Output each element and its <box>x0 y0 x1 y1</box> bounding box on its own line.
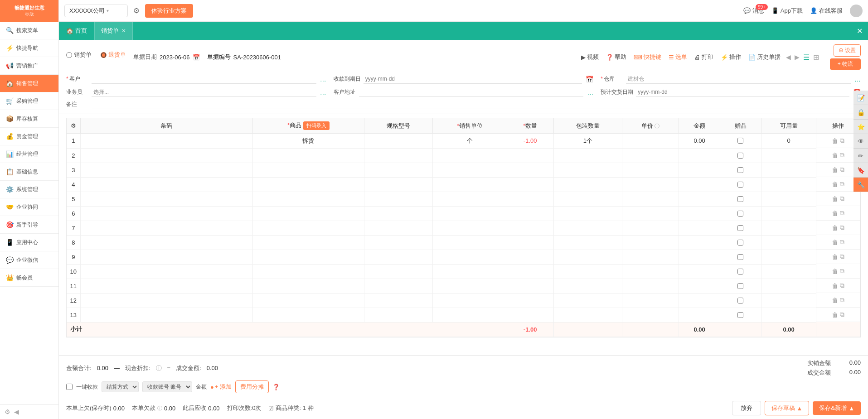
one-click-payment-checkbox[interactable] <box>66 384 73 390</box>
payment-due-input[interactable] <box>364 74 582 84</box>
row-barcode[interactable] <box>80 308 252 322</box>
copy-icon[interactable]: ⧉ <box>840 311 844 318</box>
row-qty[interactable]: -1.00 <box>507 134 553 149</box>
barcode-input[interactable] <box>83 298 250 304</box>
expense-help-icon[interactable]: ❓ <box>272 384 280 390</box>
help-btn[interactable]: ❓ 帮助 <box>604 52 628 62</box>
app-download-button[interactable]: 📱 App下载 <box>771 7 803 15</box>
gift-checkbox[interactable] <box>737 312 743 318</box>
float-note-icon[interactable]: 📝 <box>853 91 868 105</box>
sidebar-item-system[interactable]: ⚙️系统管理 <box>0 181 58 198</box>
sidebar-item-marketing[interactable]: 📢营销推广 <box>0 57 58 75</box>
sidebar-item-app-center[interactable]: 📱应用中心 <box>0 234 58 251</box>
delete-icon[interactable]: 🗑 <box>832 311 838 318</box>
sidebar-item-search[interactable]: 🔍搜索菜单 <box>0 22 58 39</box>
customer-addr-input[interactable] <box>359 87 584 97</box>
copy-icon[interactable]: ⧉ <box>840 151 844 159</box>
sidebar-item-base[interactable]: 📋基础信息 <box>0 163 58 181</box>
row-barcode[interactable] <box>80 177 252 192</box>
float-bookmark-icon[interactable]: 🔖 <box>853 163 868 178</box>
row-barcode[interactable] <box>80 221 252 235</box>
add-payment-button[interactable]: ● + 添加 <box>210 383 232 391</box>
payment-method-select[interactable]: 结算方式 <box>102 381 139 392</box>
barcode-input[interactable] <box>83 240 250 246</box>
row-qty[interactable] <box>507 293 553 308</box>
tabbar-close-button[interactable]: ✕ <box>857 27 868 35</box>
row-barcode[interactable] <box>80 148 252 163</box>
copy-icon[interactable]: ⧉ <box>840 166 844 173</box>
gift-checkbox[interactable] <box>737 167 743 173</box>
gift-checkbox[interactable] <box>737 196 743 202</box>
row-gift[interactable] <box>720 221 761 235</box>
save-draft-button[interactable]: 保存草稿 ▲ <box>765 401 810 415</box>
settings-icon[interactable]: ⚙ <box>5 408 10 415</box>
row-qty[interactable] <box>507 250 553 264</box>
barcode-input[interactable] <box>83 283 250 289</box>
sidebar-item-guide[interactable]: 🎯新手引导 <box>0 216 58 234</box>
message-button[interactable]: 💬 消息 99+ <box>743 7 764 15</box>
delete-icon[interactable]: 🗑 <box>832 181 838 188</box>
barcode-input[interactable] <box>83 196 250 202</box>
row-qty[interactable] <box>507 235 553 250</box>
table-view-icon[interactable]: ☰ <box>803 53 810 62</box>
float-eye-icon[interactable]: 👁 <box>853 134 868 149</box>
radio-return[interactable]: 退货单 <box>101 51 126 59</box>
barcode-input[interactable] <box>83 269 250 275</box>
sidebar-item-finance[interactable]: 💰资金管理 <box>0 128 58 145</box>
row-gift[interactable] <box>720 264 761 279</box>
row-gift[interactable] <box>720 250 761 264</box>
row-gift[interactable] <box>720 163 761 177</box>
payment-account-select[interactable]: 收款账号 账号 <box>142 381 192 392</box>
sidebar-item-collab[interactable]: 🤝企业协同 <box>0 198 58 216</box>
sidebar-item-inventory[interactable]: 📦库存核算 <box>0 110 58 128</box>
barcode-input[interactable] <box>83 312 250 318</box>
row-gift[interactable] <box>720 134 761 149</box>
radio-return-input[interactable] <box>101 52 107 58</box>
gift-checkbox[interactable] <box>737 269 743 275</box>
barcode-input[interactable] <box>83 225 250 231</box>
trial-button[interactable]: 体验行业方案 <box>145 4 193 18</box>
delete-icon[interactable]: 🗑 <box>832 297 838 304</box>
gift-checkbox[interactable] <box>737 240 743 246</box>
barcode-input[interactable] <box>83 211 250 217</box>
row-gift[interactable] <box>720 293 761 308</box>
gift-checkbox[interactable] <box>737 211 743 217</box>
barcode-input[interactable] <box>83 138 250 144</box>
copy-icon[interactable]: ⧉ <box>840 253 844 260</box>
company-selector[interactable]: XXXXXX公司 ▾ <box>64 5 128 17</box>
barcode-input[interactable] <box>83 254 250 260</box>
salesperson-input[interactable] <box>92 87 316 97</box>
expected-date-input[interactable] <box>636 87 849 97</box>
gift-checkbox[interactable] <box>737 153 743 159</box>
row-qty[interactable] <box>507 148 553 163</box>
history-btn[interactable]: 📄 历史单据 <box>747 52 782 62</box>
online-service-button[interactable]: 👤 在线客服 <box>810 7 843 15</box>
row-qty[interactable] <box>507 264 553 279</box>
barcode-input[interactable] <box>83 167 250 173</box>
gift-checkbox[interactable] <box>737 138 743 144</box>
float-lock-icon[interactable]: 🔒 <box>853 105 868 120</box>
shortcut-btn[interactable]: ⌨ 快捷键 <box>632 52 663 62</box>
action-btn[interactable]: ⚡ 操作 <box>719 52 743 62</box>
tab-sales-order[interactable]: 销货单 ✕ <box>95 22 133 40</box>
sidebar-item-sales[interactable]: 🏠销售管理 <box>0 75 58 92</box>
row-gift[interactable] <box>720 206 761 221</box>
sidebar-item-weixin[interactable]: 💬企业微信 <box>0 251 58 269</box>
row-barcode[interactable] <box>80 293 252 308</box>
expense-split-button[interactable]: 费用分摊 <box>235 380 269 393</box>
discard-button[interactable]: 放弃 <box>732 401 761 415</box>
prev-icon[interactable]: ◀ <box>786 53 791 61</box>
notes-input[interactable] <box>92 100 861 109</box>
row-barcode[interactable] <box>80 250 252 264</box>
delete-icon[interactable]: 🗑 <box>832 224 838 231</box>
row-gift[interactable] <box>720 177 761 192</box>
delete-icon[interactable]: 🗑 <box>832 195 838 202</box>
tab-close-icon[interactable]: ✕ <box>121 28 126 34</box>
row-qty[interactable] <box>507 192 553 206</box>
delete-icon[interactable]: 🗑 <box>832 268 838 275</box>
row-gift[interactable] <box>720 148 761 163</box>
row-barcode[interactable] <box>80 134 252 149</box>
sidebar-item-purchase[interactable]: 🛒采购管理 <box>0 92 58 110</box>
gift-checkbox[interactable] <box>737 298 743 303</box>
float-edit-icon[interactable]: ✏ <box>853 149 868 163</box>
